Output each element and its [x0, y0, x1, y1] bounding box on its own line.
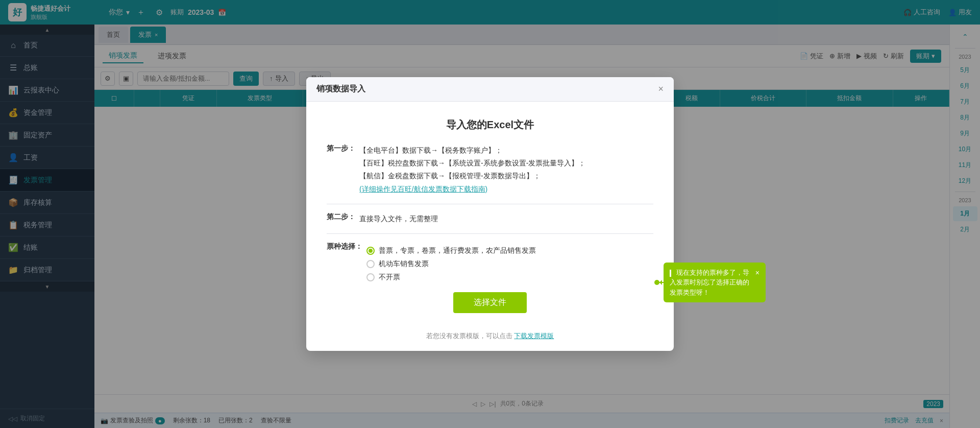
step2-content: 直接导入文件，无需整理	[359, 212, 438, 225]
tooltip-bar	[670, 270, 671, 277]
modal-dialog: 销项数据导入 × 导入您的Excel文件 第一步： 【全电平台】数据下载→【税务…	[306, 77, 674, 351]
ticket-options: 普票，专票，卷票，通行费发票，农产品销售发票 机动车销售发票 不开票	[366, 246, 536, 282]
radio-3[interactable]	[366, 273, 375, 281]
tooltip-connector-line	[655, 282, 664, 283]
ticket-option-1[interactable]: 普票，专票，卷票，通行费发票，农产品销售发票	[366, 246, 536, 255]
modal-big-title: 导入您的Excel文件	[327, 118, 653, 132]
divider1	[327, 204, 653, 204]
modal-header: 销项数据导入 ×	[306, 77, 674, 102]
step1-row: 第一步： 【全电平台】数据下载→【税务数字账户】； 【百旺】税控盘数据下载→【系…	[327, 144, 653, 196]
step1-link[interactable]: (详细操作见百旺/航信发票数据下载指南)	[359, 183, 585, 196]
modal-footer: 若您没有发票模版，可以点击 下载发票模版	[306, 325, 674, 351]
modal-close-button[interactable]: ×	[658, 84, 664, 94]
radio-1[interactable]	[366, 247, 375, 255]
step2-row: 第二步： 直接导入文件，无需整理	[327, 212, 653, 225]
divider2	[327, 233, 653, 234]
step2-label: 第二步：	[327, 212, 355, 222]
tooltip-text: 现在支持的票种多了，导入发票时别忘了选择正确的发票类型呀！	[670, 269, 749, 296]
ticket-select-row: 票种选择： 普票，专票，卷票，通行费发票，农产品销售发票 机动车销售发票	[327, 242, 653, 282]
radio-2[interactable]	[366, 260, 375, 268]
ticket-option-2[interactable]: 机动车销售发票	[366, 259, 536, 269]
ticket-option-3[interactable]: 不开票	[366, 273, 536, 282]
tooltip-close-icon[interactable]: ×	[755, 268, 760, 278]
step1-label: 第一步：	[327, 144, 355, 153]
ticket-label: 票种选择：	[327, 242, 362, 251]
step1-line1: 【全电平台】数据下载→【税务数字账户】；	[359, 144, 585, 157]
download-template-link[interactable]: 下载发票模版	[514, 332, 554, 340]
tooltip-bubble: × 现在支持的票种多了，导入发票时别忘了选择正确的发票类型呀！	[664, 263, 766, 303]
radio-dot-1	[369, 249, 373, 253]
step1-content: 【全电平台】数据下载→【税务数字账户】； 【百旺】税控盘数据下载→【系统设置-系…	[359, 144, 585, 196]
select-file-container: 选择文件	[327, 292, 653, 313]
modal-body: 导入您的Excel文件 第一步： 【全电平台】数据下载→【税务数字账户】； 【百…	[306, 102, 674, 325]
modal-overlay: 销项数据导入 × 导入您的Excel文件 第一步： 【全电平台】数据下载→【税务…	[0, 0, 980, 428]
modal-title: 销项数据导入	[316, 84, 658, 94]
select-file-button[interactable]: 选择文件	[453, 292, 527, 313]
step1-line2: 【百旺】税控盘数据下载→【系统设置-系统参数设置-发票批量导入】；	[359, 157, 585, 170]
step1-line3: 【航信】金税盘数据下载→【报税管理-发票数据导出】；	[359, 170, 585, 182]
